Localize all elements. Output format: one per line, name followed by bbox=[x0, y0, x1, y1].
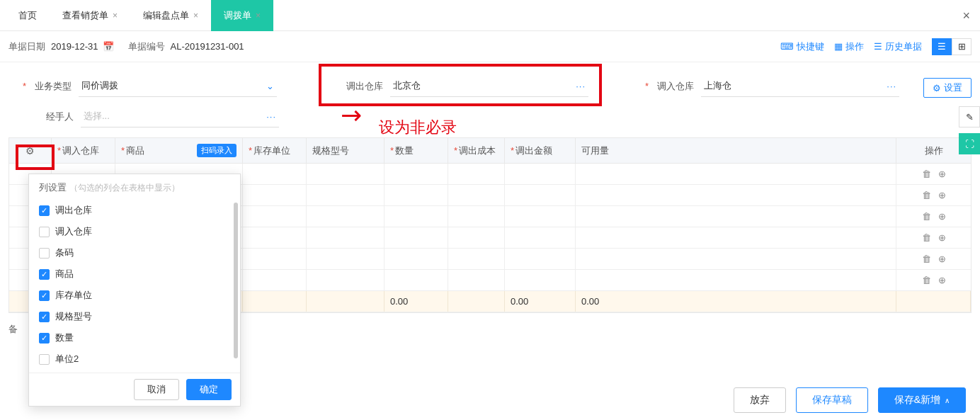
col-out-amount: *调出金额 bbox=[505, 138, 576, 163]
history-link[interactable]: ☰历史单据 bbox=[874, 40, 922, 53]
column-toggle-item[interactable]: ✓数量 bbox=[39, 327, 230, 348]
checkbox-icon: ✓ bbox=[39, 333, 50, 344]
column-toggle-item[interactable]: ✓商品 bbox=[39, 263, 230, 285]
chevron-down-icon: ⌄ bbox=[266, 81, 274, 91]
column-toggle-item[interactable]: 调入仓库 bbox=[39, 221, 230, 242]
close-icon[interactable]: × bbox=[256, 11, 261, 21]
checkbox-icon: ✓ bbox=[39, 290, 50, 301]
gear-icon: ⚙ bbox=[933, 83, 941, 93]
side-note-button[interactable]: ✎ bbox=[959, 106, 980, 127]
tab-view-sales-label: 查看销货单 bbox=[62, 9, 108, 22]
chevron-up-icon: ∧ bbox=[945, 397, 950, 404]
column-toggle-label: 商品 bbox=[55, 268, 74, 280]
scan-badge[interactable]: 扫码录入 bbox=[197, 144, 237, 157]
column-toggle-label: 规格型号 bbox=[55, 310, 92, 323]
required-star: * bbox=[645, 81, 649, 91]
tab-transfer-label: 调拨单 bbox=[224, 9, 251, 22]
ok-button[interactable]: 确定 bbox=[186, 379, 232, 400]
column-toggle-label: 条码 bbox=[55, 246, 74, 259]
save-new-button[interactable]: 保存&新增∧ bbox=[878, 387, 966, 413]
annotation-text: 设为非必录 bbox=[379, 117, 457, 138]
column-toggle-label: 数量 bbox=[55, 331, 74, 344]
add-icon[interactable]: ⊕ bbox=[938, 211, 946, 222]
column-toggle-item[interactable]: 单位2 bbox=[39, 348, 230, 370]
column-toggle-item[interactable]: ✓库存单位 bbox=[39, 285, 230, 306]
delete-icon[interactable]: 🗑 bbox=[922, 211, 931, 222]
cancel-button[interactable]: 取消 bbox=[134, 379, 179, 400]
checkbox-icon: ✓ bbox=[39, 205, 50, 216]
column-settings-button[interactable]: ⚙ bbox=[9, 138, 52, 163]
column-toggle-item[interactable]: 条码 bbox=[39, 242, 230, 263]
add-icon[interactable]: ⊕ bbox=[938, 254, 946, 264]
handler-select[interactable]: 选择... ··· bbox=[81, 106, 279, 127]
tab-home[interactable]: 首页 bbox=[6, 0, 50, 31]
keyboard-icon: ⌨ bbox=[780, 41, 794, 52]
more-icon: ··· bbox=[266, 111, 276, 122]
remark-label: 备 bbox=[8, 324, 18, 334]
col-in-wh: *调入仓库 bbox=[52, 138, 115, 163]
doc-no-label: 单据编号 bbox=[128, 40, 165, 53]
view-list-button[interactable]: ☰ bbox=[932, 38, 952, 55]
grid-icon: ▦ bbox=[834, 41, 843, 52]
scrollbar[interactable] bbox=[234, 203, 238, 358]
biz-type-label: 业务类型 bbox=[29, 80, 72, 93]
checkbox-icon bbox=[39, 227, 50, 237]
col-available: 可用量 bbox=[576, 138, 896, 163]
add-icon[interactable]: ⊕ bbox=[938, 169, 946, 179]
add-icon[interactable]: ⊕ bbox=[938, 232, 946, 243]
column-settings-popover: 列设置 （勾选的列会在表格中显示） ✓调出仓库调入仓库条码✓商品✓库存单位✓规格… bbox=[28, 174, 241, 407]
col-out-cost: *调出成本 bbox=[448, 138, 505, 163]
view-detail-button[interactable]: ⊞ bbox=[952, 38, 972, 55]
side-expand-button[interactable]: ⛶ bbox=[959, 133, 980, 154]
window-close-icon[interactable]: × bbox=[962, 8, 970, 23]
handler-label: 经手人 bbox=[31, 110, 74, 123]
tab-transfer[interactable]: 调拨单× bbox=[211, 0, 273, 31]
in-wh-label: 调入仓库 bbox=[651, 80, 694, 93]
shortcut-link[interactable]: ⌨快捷键 bbox=[780, 40, 824, 53]
action-link[interactable]: ▦操作 bbox=[834, 40, 864, 53]
doc-no-value: AL-20191231-001 bbox=[171, 41, 244, 52]
save-draft-button[interactable]: 保存草稿 bbox=[796, 387, 868, 413]
delete-icon[interactable]: 🗑 bbox=[922, 169, 931, 179]
in-wh-select[interactable]: 上海仓 ··· bbox=[701, 75, 899, 97]
tab-edit-inventory[interactable]: 编辑盘点单× bbox=[130, 0, 211, 31]
delete-icon[interactable]: 🗑 bbox=[922, 254, 931, 264]
delete-icon[interactable]: 🗑 bbox=[922, 190, 931, 200]
column-toggle-label: 库存单位 bbox=[55, 289, 92, 302]
settings-button[interactable]: ⚙ 设置 bbox=[923, 78, 972, 98]
column-toggle-item[interactable]: ✓规格型号 bbox=[39, 306, 230, 327]
calendar-icon[interactable]: 📅 bbox=[103, 41, 114, 52]
list-icon: ☰ bbox=[874, 41, 882, 52]
checkbox-icon: ✓ bbox=[39, 269, 50, 280]
more-icon: ··· bbox=[576, 81, 586, 91]
gear-icon: ⚙ bbox=[25, 145, 35, 157]
close-icon[interactable]: × bbox=[113, 11, 118, 21]
out-wh-label: 调出仓库 bbox=[341, 80, 383, 93]
add-icon[interactable]: ⊕ bbox=[938, 275, 946, 285]
col-unit: *库存单位 bbox=[243, 138, 307, 163]
add-icon[interactable]: ⊕ bbox=[938, 190, 946, 200]
required-star: * bbox=[23, 81, 26, 91]
checkbox-icon: ✓ bbox=[39, 312, 50, 322]
biz-type-select[interactable]: 同价调拨 ⌄ bbox=[79, 75, 277, 97]
col-qty: *数量 bbox=[384, 138, 448, 163]
col-spec: 规格型号 bbox=[307, 138, 384, 163]
checkbox-icon bbox=[39, 248, 50, 259]
col-product: *商品扫码录入 bbox=[115, 138, 243, 163]
doc-date-value[interactable]: 2019-12-31 bbox=[51, 41, 98, 52]
tab-home-label: 首页 bbox=[18, 9, 37, 22]
close-icon[interactable]: × bbox=[193, 11, 198, 21]
tab-view-sales[interactable]: 查看销货单× bbox=[50, 0, 130, 31]
column-toggle-item[interactable]: ✓调出仓库 bbox=[39, 200, 230, 221]
popover-title: 列设置 （勾选的列会在表格中显示） bbox=[39, 181, 230, 194]
delete-icon[interactable]: 🗑 bbox=[922, 232, 931, 243]
discard-button[interactable]: 放弃 bbox=[734, 387, 786, 413]
tab-edit-inventory-label: 编辑盘点单 bbox=[143, 9, 189, 22]
out-wh-select[interactable]: 北京仓 ··· bbox=[390, 75, 588, 97]
more-icon: ··· bbox=[887, 81, 896, 91]
column-toggle-label: 单位2 bbox=[55, 353, 79, 365]
column-toggle-label: 调入仓库 bbox=[55, 225, 92, 238]
delete-icon[interactable]: 🗑 bbox=[922, 275, 931, 285]
column-toggle-label: 调出仓库 bbox=[55, 204, 92, 217]
checkbox-icon bbox=[39, 354, 50, 365]
